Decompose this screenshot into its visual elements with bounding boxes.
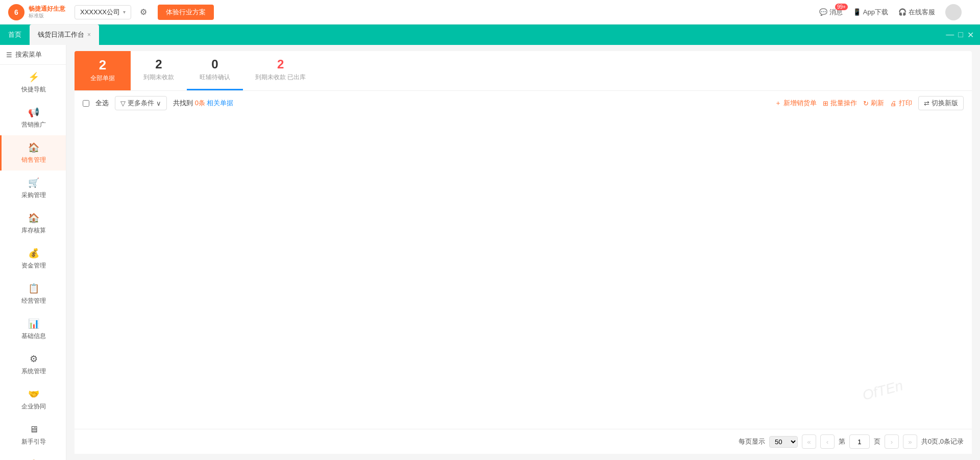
enterprise-icon: 🤝 (28, 388, 40, 400)
plus-icon: ＋ (775, 99, 781, 108)
tab-cashflow[interactable]: 钱货日清工作台 × (30, 25, 99, 45)
sidebar-label-basic-info: 基础信息 (21, 332, 46, 341)
logo-icon: 6 (8, 4, 24, 20)
page-size-select[interactable]: 50 10 20 100 (769, 436, 798, 448)
search-menu-btn[interactable]: ☰ 搜索菜单 (0, 45, 66, 65)
sidebar-label-guide: 新手引导 (21, 438, 46, 446)
stat-number-pending: 0 (211, 57, 218, 72)
content-area: 2 全部单据 2 到期未收款 0 旺辅待确认 2 到期未收款 已出库 全选 ▽ … (66, 45, 980, 460)
logo-area: 6 畅捷通好生意 标准版 (8, 4, 75, 20)
sidebar-item-app-center[interactable]: 📦 应用中心 (0, 452, 66, 460)
settings-button[interactable]: ⚙ (135, 4, 152, 20)
stat-number-all: 2 (99, 57, 106, 73)
megaphone-icon: 📢 (28, 106, 40, 118)
industry-btn[interactable]: 体验行业方案 (158, 5, 214, 20)
prev-page-btn[interactable]: ‹ (820, 434, 835, 449)
last-page-btn[interactable]: » (903, 434, 917, 449)
stat-number-shipped: 2 (277, 57, 284, 72)
select-all-checkbox[interactable] (83, 100, 89, 107)
page-suffix: 页 (874, 437, 880, 446)
tab-home-label: 首页 (8, 30, 21, 39)
stat-tab-pending[interactable]: 0 旺辅待确认 (187, 51, 243, 90)
select-all-label: 全选 (95, 99, 109, 108)
gear-icon: ⚙ (140, 7, 147, 17)
filter-label: 更多条件 (128, 99, 154, 108)
basicinfo-icon: 📊 (28, 318, 40, 330)
print-btn[interactable]: 🖨 打印 (890, 99, 912, 108)
refresh-btn[interactable]: ↻ 刷新 (863, 99, 884, 108)
switch-version-btn[interactable]: ⇄ 切换新版 (918, 96, 964, 110)
logo-title: 畅捷通好生意 (29, 5, 65, 12)
message-badge: 99+ (835, 4, 848, 10)
lightning-icon: ⚡ (28, 71, 40, 83)
sales-icon: 🏠 (28, 141, 40, 154)
online-service-btn[interactable]: 🎧 在线客服 (898, 8, 935, 17)
menu-icon: ☰ (6, 51, 12, 59)
sidebar-label-enterprise: 企业协同 (21, 402, 46, 411)
window-minimize-btn[interactable]: — (946, 30, 954, 39)
new-sales-btn[interactable]: ＋ 新增销货单 (775, 99, 817, 108)
logo-text: 畅捷通好生意 标准版 (29, 5, 65, 18)
next-page-btn[interactable]: › (885, 434, 899, 449)
new-sales-label: 新增销货单 (783, 99, 817, 108)
total-records: 共0页,0条记录 (921, 437, 964, 446)
window-maximize-btn[interactable]: □ (958, 30, 963, 39)
sidebar-item-guide[interactable]: 🖥 新手引导 (0, 417, 66, 452)
page-input[interactable] (849, 434, 870, 449)
system-icon: ⚙ (28, 353, 40, 365)
print-label: 打印 (899, 99, 912, 108)
stat-label-overdue: 到期未收款 (143, 73, 174, 82)
filter-icon: ▽ (120, 100, 126, 107)
main-layout: ☰ 搜索菜单 ⚡ 快捷导航 📢 营销推广 🏠 销售管理 🛒 采购管理 🏠 库存核… (0, 45, 980, 460)
company-selector[interactable]: XXXXXX公司 ▾ (75, 5, 131, 19)
sidebar-item-operation[interactable]: 📋 经营管理 (0, 276, 66, 311)
guide-icon: 🖥 (28, 423, 40, 435)
message-icon: 💬 (819, 8, 827, 16)
sidebar-item-basic-info[interactable]: 📊 基础信息 (0, 311, 66, 347)
found-count: 0条 (195, 99, 205, 107)
tab-close-icon[interactable]: × (87, 31, 91, 38)
stats-tabs: 2 全部单据 2 到期未收款 0 旺辅待确认 2 到期未收款 已出库 (75, 51, 972, 90)
window-close-btn[interactable]: ✕ (967, 30, 974, 40)
sidebar-item-capital[interactable]: 💰 资金管理 (0, 241, 66, 276)
sidebar-item-inventory[interactable]: 🏠 库存核算 (0, 206, 66, 241)
top-header: 6 畅捷通好生意 标准版 XXXXXX公司 ▾ ⚙ 体验行业方案 💬 消息 99… (0, 0, 980, 25)
tab-bar: 首页 钱货日清工作台 × — □ ✕ (0, 25, 980, 45)
operation-icon: 📋 (28, 282, 40, 295)
user-avatar[interactable] (945, 4, 962, 20)
switch-icon: ⇄ (924, 100, 929, 107)
sidebar-item-marketing[interactable]: 📢 营销推广 (0, 100, 66, 135)
sidebar-item-sales[interactable]: 🏠 销售管理 (0, 135, 66, 171)
sidebar-item-quick-nav[interactable]: ⚡ 快捷导航 (0, 65, 66, 100)
stat-tab-overdue[interactable]: 2 到期未收款 (131, 51, 187, 90)
sidebar-item-enterprise[interactable]: 🤝 企业协同 (0, 382, 66, 417)
related-records-link[interactable]: 相关单据 (207, 99, 233, 107)
cart-icon: 🛒 (28, 177, 40, 189)
batch-operation-btn[interactable]: ⊞ 批量操作 (823, 99, 857, 108)
stat-tab-shipped[interactable]: 2 到期未收款 已出库 (243, 51, 318, 90)
chevron-down-icon: ▾ (123, 9, 126, 15)
stat-tab-all[interactable]: 2 全部单据 (75, 51, 131, 90)
sidebar: ☰ 搜索菜单 ⚡ 快捷导航 📢 营销推广 🏠 销售管理 🛒 采购管理 🏠 库存核… (0, 45, 66, 460)
service-icon: 🎧 (898, 8, 906, 16)
tab-home[interactable]: 首页 (0, 25, 30, 45)
page-size-label: 每页显示 (739, 437, 765, 446)
sidebar-item-purchase[interactable]: 🛒 采购管理 (0, 171, 66, 206)
sidebar-label-sales: 销售管理 (21, 156, 46, 164)
inventory-icon: 🏠 (28, 212, 40, 224)
sidebar-label-system: 系统管理 (21, 367, 46, 376)
first-page-btn[interactable]: « (802, 434, 816, 449)
sidebar-item-system[interactable]: ⚙ 系统管理 (0, 347, 66, 382)
sidebar-label-capital: 资金管理 (21, 261, 46, 270)
sidebar-label-quick-nav: 快捷导航 (21, 85, 46, 94)
page-label: 第 (839, 437, 845, 446)
print-icon: 🖨 (890, 100, 897, 107)
message-btn[interactable]: 💬 消息 99+ (819, 8, 843, 17)
stat-label-shipped: 到期未收款 已出库 (255, 73, 306, 82)
sidebar-label-purchase: 采购管理 (21, 191, 46, 200)
sidebar-label-operation: 经营管理 (21, 297, 46, 305)
batch-label: 批量操作 (830, 99, 857, 108)
batch-icon: ⊞ (823, 100, 828, 107)
filter-btn[interactable]: ▽ 更多条件 ∨ (115, 96, 167, 110)
app-download-btn[interactable]: 📱 App下载 (853, 8, 888, 17)
